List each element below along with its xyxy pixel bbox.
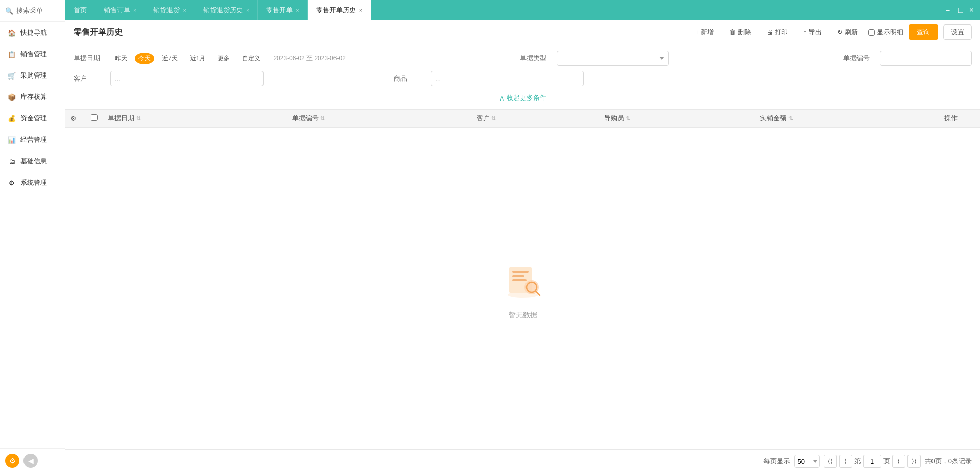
sidebar-item-label: 销售管理 xyxy=(20,49,47,59)
sidebar-item-label: 库存核算 xyxy=(20,92,47,102)
tab-retail-history-close[interactable]: × xyxy=(359,7,362,13)
minimize-button[interactable]: － xyxy=(944,5,952,16)
date-btn-more[interactable]: 更多 xyxy=(213,53,234,64)
th-customer[interactable]: 客户 xyxy=(471,110,599,128)
sidebar-item-basic-info[interactable]: 🗂 基础信息 xyxy=(0,151,65,172)
date-btn-custom[interactable]: 自定义 xyxy=(237,53,265,64)
settings-icon: ⚙ xyxy=(70,115,77,122)
filter-row-date: 单据日期 昨天 今天 近7天 近1月 更多 自定义 2023-06-02 至 2… xyxy=(74,51,972,66)
delete-button[interactable]: 🗑 删除 xyxy=(724,26,756,39)
sidebar-item-label: 快捷导航 xyxy=(20,28,47,37)
page-input[interactable] xyxy=(863,455,881,468)
page-label-after: 页 xyxy=(883,457,890,466)
pagination-bar: 每页显示 50 10 20 100 ⟨⟨ ⟨ 第 页 ⟩ ⟩⟩ 共0页，0条记录 xyxy=(65,449,980,473)
sidebar-item-inventory[interactable]: 📦 库存核算 xyxy=(0,86,65,108)
tab-sales-order-close[interactable]: × xyxy=(133,7,136,13)
query-button[interactable]: 查询 xyxy=(909,24,938,40)
close-window-button[interactable]: × xyxy=(969,6,974,15)
tab-sales-return-history-close[interactable]: × xyxy=(246,7,249,13)
print-button[interactable]: 🖨 打印 xyxy=(761,26,794,39)
sidebar-item-finance[interactable]: 💰 资金管理 xyxy=(0,108,65,129)
sidebar-item-label: 资金管理 xyxy=(20,114,47,123)
filter-row-customer: 客户 ... 商品 ... xyxy=(74,71,972,86)
th-number[interactable]: 单据编号 xyxy=(287,110,471,128)
sidebar-item-label: 基础信息 xyxy=(20,157,47,166)
filter-type-select[interactable] xyxy=(557,51,669,66)
settings-button[interactable]: ⚙ xyxy=(5,454,19,468)
th-ops: 操作 xyxy=(939,110,980,128)
sidebar-search-label: 搜索采单 xyxy=(16,6,43,15)
chevron-up-icon: ∧ xyxy=(499,94,505,102)
date-btn-7days[interactable]: 近7天 xyxy=(157,53,182,64)
display-detail-check[interactable]: 显示明细 xyxy=(868,28,903,37)
settings-btn[interactable]: 设置 xyxy=(943,24,972,40)
maximize-button[interactable]: □ xyxy=(958,6,963,15)
last-page-button[interactable]: ⟩⟩ xyxy=(907,455,921,468)
select-all-checkbox[interactable] xyxy=(91,114,98,121)
filter-type-label: 单据类型 xyxy=(520,54,548,63)
per-page-select[interactable]: 50 10 20 100 xyxy=(794,455,820,468)
th-amount[interactable]: 实销金额 xyxy=(755,110,939,128)
filter-customer-input[interactable]: ... xyxy=(110,71,264,86)
sidebar-item-quick-nav[interactable]: 🏠 快捷导航 xyxy=(0,22,65,43)
date-btn-1month[interactable]: 近1月 xyxy=(185,53,210,64)
tab-sales-order-label: 销售订单 xyxy=(104,6,130,15)
sidebar-item-operations[interactable]: 📊 经营管理 xyxy=(0,129,65,151)
page-toolbar: 零售开单历史 + 新增 🗑 删除 🖨 打印 ↑ 导出 ↻ 刷新 显示明细 查询 … xyxy=(65,20,980,44)
sidebar-item-label: 采购管理 xyxy=(20,71,47,80)
tab-home-label: 首页 xyxy=(74,6,87,15)
basic-icon: 🗂 xyxy=(7,157,16,166)
th-amount-label: 实销金额 xyxy=(760,114,786,122)
tab-home[interactable]: 首页 xyxy=(65,0,95,20)
search-icon: 🔍 xyxy=(5,7,13,15)
sidebar-item-system[interactable]: ⚙ 系统管理 xyxy=(0,172,65,193)
next-page-button[interactable]: ⟩ xyxy=(892,455,905,468)
sidebar-bottom: ⚙ ◀ xyxy=(0,448,65,473)
prev-page-button[interactable]: ⟨ xyxy=(839,455,852,468)
tab-sales-return-history[interactable]: 销货退货历史 × xyxy=(195,0,258,20)
purchase-icon: 🛒 xyxy=(7,71,16,80)
sidebar-search[interactable]: 🔍 搜索采单 xyxy=(0,0,65,22)
tab-sales-return-close[interactable]: × xyxy=(183,7,186,13)
main-area: 首页 销售订单 × 销货退货 × 销货退货历史 × 零售开单 × 零售开单历史 … xyxy=(65,0,980,473)
content-area: ⚙ 单据日期 单据编号 客户 导购员 xyxy=(65,109,980,449)
th-settings[interactable]: ⚙ xyxy=(65,110,86,128)
empty-state: 暂无数据 xyxy=(65,128,980,449)
filter-number-input[interactable] xyxy=(880,51,972,66)
first-page-button[interactable]: ⟨⟨ xyxy=(824,455,837,468)
sidebar-item-sales-mgmt[interactable]: 📋 销售管理 xyxy=(0,43,65,65)
th-ops-label: 操作 xyxy=(944,114,958,122)
filter-area: 单据日期 昨天 今天 近7天 近1月 更多 自定义 2023-06-02 至 2… xyxy=(65,44,980,109)
filter-customer-label: 客户 xyxy=(74,74,102,83)
collapse-filter-label: 收起更多条件 xyxy=(507,93,546,103)
tab-sales-return-history-label: 销货退货历史 xyxy=(203,6,243,15)
tab-retail-history[interactable]: 零售开单历史 × xyxy=(308,0,371,20)
display-detail-checkbox[interactable] xyxy=(868,29,875,36)
collapse-filter-button[interactable]: ∧ 收起更多条件 xyxy=(499,93,546,103)
th-guide[interactable]: 导购员 xyxy=(599,110,755,128)
th-date[interactable]: 单据日期 xyxy=(103,110,287,128)
svg-rect-4 xyxy=(512,279,527,281)
date-btn-yesterday[interactable]: 昨天 xyxy=(110,53,132,64)
sidebar-item-purchase-mgmt[interactable]: 🛒 采购管理 xyxy=(0,65,65,86)
tab-sales-order[interactable]: 销售订单 × xyxy=(95,0,145,20)
export-button[interactable]: ↑ 导出 xyxy=(798,26,827,39)
refresh-button[interactable]: ↻ 刷新 xyxy=(832,26,863,39)
tab-sales-return[interactable]: 销货退货 × xyxy=(145,0,195,20)
date-range-display: 2023-06-02 至 2023-06-02 xyxy=(273,54,345,63)
tab-bar: 首页 销售订单 × 销货退货 × 销货退货历史 × 零售开单 × 零售开单历史 … xyxy=(65,0,980,20)
sidebar-menu: 🏠 快捷导航 📋 销售管理 🛒 采购管理 📦 库存核算 💰 资金管理 📊 经营管… xyxy=(0,22,65,448)
collapse-button[interactable]: ◀ xyxy=(23,454,38,468)
add-button[interactable]: + 新增 xyxy=(690,26,719,39)
th-number-label: 单据编号 xyxy=(292,114,319,122)
empty-illustration xyxy=(500,257,546,303)
tab-retail-open-close[interactable]: × xyxy=(296,7,299,13)
display-detail-label: 显示明细 xyxy=(877,28,903,37)
filter-goods-input[interactable]: ... xyxy=(431,71,584,86)
date-btn-today[interactable]: 今天 xyxy=(135,53,154,64)
sales-icon: 📋 xyxy=(7,49,16,59)
tab-retail-open[interactable]: 零售开单 × xyxy=(258,0,307,20)
th-check[interactable] xyxy=(86,110,103,128)
table-header: ⚙ 单据日期 单据编号 客户 导购员 xyxy=(65,110,980,128)
per-page-label: 每页显示 xyxy=(763,457,790,466)
